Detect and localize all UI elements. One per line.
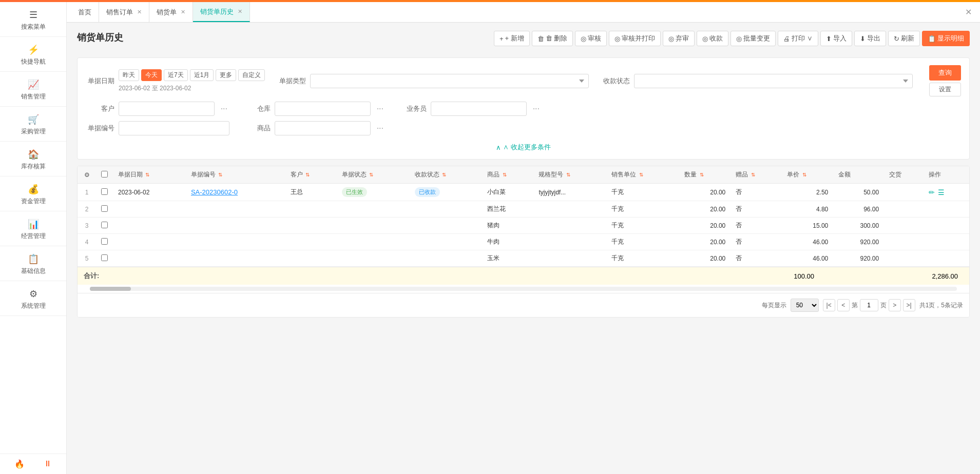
col-settings[interactable]: ⚙ [78,166,96,184]
refresh-button[interactable]: ↻ 刷新 [888,31,920,46]
more-action-icon[interactable]: ☰ [938,188,945,196]
row-action: ✏☰ [924,184,969,201]
print-button[interactable]: 🖨 打印 ∨ [778,31,818,46]
row-unit: 千克 [606,218,679,234]
sidebar-tool-fire[interactable]: 🔥 [14,459,25,469]
row-checkbox-input[interactable] [101,222,108,228]
sort-icon-customer: ⇅ [305,172,310,177]
col-unit[interactable]: 销售单位 ⇅ [606,166,679,184]
sidebar-item-ops-mgmt[interactable]: 📊 经营管理 [0,211,66,246]
abandon-button[interactable]: ◎ 弃审 [663,31,695,46]
date-btn-more[interactable]: 更多 [216,69,236,81]
filter-doc-type-label: 单据类型 [277,76,306,86]
sidebar-item-label-sys-mgmt: 系统管理 [21,302,46,310]
row-gift: 否 [731,250,782,267]
col-number[interactable]: 单据编号 ⇅ [186,166,285,184]
tab-sales-order-close[interactable]: ✕ [137,9,142,15]
col-qty[interactable]: 数量 ⇅ [679,166,731,184]
import-button[interactable]: ⬆ 导入 [820,31,852,46]
filter-doc-number-input[interactable] [119,121,229,135]
sidebar-item-sys-mgmt[interactable]: ⚙ 系统管理 [0,281,66,316]
date-btn-7days[interactable]: 近7天 [164,69,188,81]
col-gift[interactable]: 赠品 ⇅ [731,166,782,184]
page-last-btn[interactable]: >| [903,299,915,311]
page-size-label: 每页显示 [762,301,786,310]
filter-salesperson-ellipsis[interactable]: ··· [531,104,542,113]
sidebar-item-search-menu[interactable]: ☰ 搜索菜单 [0,2,66,37]
add-button[interactable]: ++ 新增 [494,31,530,46]
filter-warehouse-ellipsis[interactable]: ··· [375,104,386,113]
tab-sales-order[interactable]: 销售订单 ✕ [99,2,149,22]
row-customer [285,250,337,267]
sidebar-item-basic-info[interactable]: 📋 基础信息 [0,246,66,281]
scroll-thumb[interactable] [90,287,131,291]
collect-button[interactable]: ◎ 收款 [697,31,728,46]
row-checkbox-input[interactable] [101,188,108,195]
sidebar-item-finance-mgmt[interactable]: 💰 资金管理 [0,176,66,211]
col-price[interactable]: 单价 ⇅ [782,166,833,184]
row-pay-status: 已收款 [410,184,483,201]
row-customer [285,218,337,234]
filter-warehouse-input[interactable] [275,102,371,116]
doc-number-link[interactable]: SA-20230602-0 [191,188,238,196]
tab-sales-delivery[interactable]: 销货单 ✕ [149,2,193,22]
filter-product-input[interactable] [275,121,371,135]
inventory-icon: 🏠 [28,149,39,160]
col-product[interactable]: 商品 ⇅ [482,166,533,184]
sidebar-tool-pause[interactable]: ⏸ [44,459,52,469]
collapse-filter-btn[interactable]: ∧ ∧ 收起更多条件 [86,141,961,152]
date-btn-yesterday[interactable]: 昨天 [119,69,139,81]
tab-sales-history-close[interactable]: ✕ [238,8,242,15]
col-customer[interactable]: 客户 ⇅ [285,166,337,184]
page-next-btn[interactable]: > [889,299,901,311]
show-detail-button[interactable]: 📋 显示明细 [922,31,970,46]
batch-change-button[interactable]: ◎ 批量变更 [731,31,776,46]
filter-customer-ellipsis[interactable]: ··· [219,104,229,113]
col-spec[interactable]: 规格型号 ⇅ [533,166,606,184]
tab-sales-delivery-close[interactable]: ✕ [181,9,185,15]
page-prev-btn[interactable]: < [837,299,850,311]
sidebar-item-sales-mgmt[interactable]: 📈 销售管理 [0,72,66,107]
review-button[interactable]: ◎ 审核 [575,31,607,46]
page-size-select[interactable]: 20 50 100 [791,299,819,312]
delete-icon: 🗑 [537,35,544,43]
date-btn-today[interactable]: 今天 [141,69,162,81]
tab-sales-history[interactable]: 销货单历史 ✕ [193,2,250,22]
col-pay-status[interactable]: 收款状态 ⇅ [410,166,483,184]
review-print-button[interactable]: ◎ 审核并打印 [609,31,661,46]
filter-customer-input[interactable] [119,102,215,116]
col-date[interactable]: 单据日期 ⇅ [113,166,186,184]
status-badge: 已生效 [342,187,367,197]
date-btn-1month[interactable]: 近1月 [190,69,214,81]
filter-collection-status-select[interactable] [634,74,913,88]
filter-salesperson-input[interactable] [431,102,527,116]
col-doc-status[interactable]: 单据状态 ⇅ [337,166,410,184]
export-button[interactable]: ⬇ 导出 [854,31,886,46]
row-checkbox-input[interactable] [101,205,108,212]
row-checkbox-input[interactable] [101,254,108,261]
filter-product-ellipsis[interactable]: ··· [375,124,386,133]
tab-close-all[interactable]: ✕ [961,7,976,17]
delete-button[interactable]: 🗑🗑 删除 [532,31,573,46]
sidebar-item-purchase-mgmt[interactable]: 🛒 采购管理 [0,107,66,142]
row-action [924,218,969,234]
row-checkbox-input[interactable] [101,238,108,245]
select-all-checkbox[interactable] [101,171,108,177]
tab-home[interactable]: 首页 [71,2,99,22]
edit-icon[interactable]: ✏ [929,188,935,196]
filter-doc-type-select[interactable] [310,74,589,88]
row-amount: 300.00 [833,218,884,234]
row-spec: tyjyjtyjdf... [533,184,606,201]
date-btn-custom[interactable]: 自定义 [238,69,265,81]
row-spec [533,250,606,267]
query-button[interactable]: 查询 [929,65,961,81]
horizontal-scrollbar[interactable] [90,287,957,291]
sidebar-item-inventory[interactable]: 🏠 库存核算 [0,142,66,176]
filter-doc-type: 单据类型 [277,74,589,88]
page-first-btn[interactable]: |< [823,299,835,311]
row-date [113,234,186,250]
page-number-input[interactable] [860,299,878,311]
settings-button[interactable]: 设置 [929,83,961,96]
col-checkbox[interactable] [96,166,113,184]
sidebar-item-quick-nav[interactable]: ⚡ 快捷导航 [0,37,66,72]
